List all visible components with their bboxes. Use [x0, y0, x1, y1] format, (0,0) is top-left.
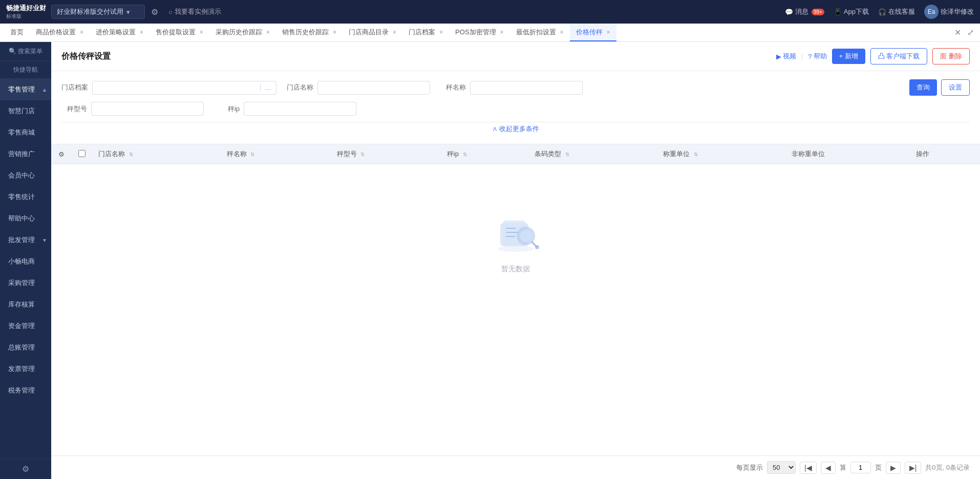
th-non-weight-unit: 非称重单位 [785, 144, 910, 164]
sort-icon: ⇅ [463, 151, 467, 157]
sidebar-item-wholesale[interactable]: 批发管理 ▼ [0, 229, 51, 251]
top-bar: 畅捷通好业财 标准版 好业财标准版交付试用 ▾ ⚙ ○ 我要看实例演示 💬 消息… [0, 0, 980, 24]
close-icon[interactable]: × [266, 29, 270, 36]
sidebar-item-retail-mall[interactable]: 零售商城 [0, 122, 51, 143]
sidebar-quick-nav[interactable]: 快捷导航 [0, 61, 51, 79]
last-page-btn[interactable]: ▶| [905, 462, 922, 474]
filter-store-archive: 门店档案 … [61, 81, 276, 95]
th-action: 操作 [910, 144, 980, 164]
query-button[interactable]: 查询 [909, 79, 937, 96]
svg-point-4 [520, 230, 532, 242]
message-icon: 💬 [785, 8, 793, 16]
filter-row-2: 秤型号 秤ip [61, 102, 970, 116]
delete-button[interactable]: 面 删除 [932, 48, 970, 64]
close-icon[interactable]: × [80, 29, 83, 36]
close-icon[interactable]: × [560, 29, 564, 36]
collapse-row: ∧ 收起更多条件 [61, 122, 970, 136]
filter-store-name: 门店名称 [287, 81, 430, 95]
online-service-btn[interactable]: 🎧 在线客服 [878, 7, 915, 16]
scale-ip-input[interactable] [244, 102, 356, 116]
page-size-select[interactable]: 50 10 20 100 [767, 461, 796, 474]
empty-illustration [490, 205, 541, 256]
close-icon[interactable]: × [333, 29, 336, 36]
sidebar-settings-btn[interactable]: ⚙ [0, 459, 51, 479]
tab-purchase-strategy[interactable]: 进价策略设置 × [90, 24, 150, 41]
tab-pos-manage[interactable]: POS加密管理 × [449, 24, 509, 41]
close-icon[interactable]: × [200, 29, 203, 36]
scale-model-label: 秤型号 [61, 104, 87, 114]
first-page-btn[interactable]: |◀ [800, 462, 817, 474]
sidebar-item-tax[interactable]: 税务管理 [0, 380, 51, 401]
page-header-actions: ▶ 视频 | ? 帮助 + 新增 凸 客户端下载 面 删除 [776, 48, 970, 64]
close-icon[interactable]: × [393, 29, 396, 36]
dots-button[interactable]: … [260, 83, 276, 92]
th-barcode-type: 条码类型 ⇅ [528, 144, 657, 164]
tab-sale-extract[interactable]: 售价提取设置 × [150, 24, 209, 41]
user-name: 徐泽华修改 [941, 7, 974, 16]
svg-point-6 [535, 245, 539, 249]
select-all-checkbox[interactable] [78, 150, 86, 157]
message-btn[interactable]: 💬 消息 99+ [785, 7, 824, 16]
close-window-icon[interactable]: ✕ [952, 28, 963, 37]
sort-icon: ⇅ [565, 151, 569, 157]
sidebar-item-xiao-chang[interactable]: 小畅电商 [0, 251, 51, 272]
sidebar-item-purchase[interactable]: 采购管理 [0, 272, 51, 294]
expand-icon[interactable]: ⤢ [965, 28, 976, 37]
next-page-btn[interactable]: ▶ [886, 462, 901, 474]
page-input[interactable] [850, 462, 871, 473]
settings-button[interactable]: 设置 [941, 79, 970, 96]
store-name-label: 门店名称 [287, 83, 313, 92]
demo-icon: ○ [168, 8, 173, 16]
sidebar-item-general-ledger[interactable]: 总账管理 [0, 337, 51, 358]
scale-name-input[interactable] [470, 81, 583, 95]
store-archive-input[interactable] [93, 81, 260, 94]
tab-store-archive[interactable]: 门店档案 × [402, 24, 449, 41]
tab-purchase-history[interactable]: 采购历史价跟踪 × [209, 24, 276, 41]
add-button[interactable]: + 新增 [832, 49, 865, 64]
settings-icon[interactable]: ⚙ [151, 7, 158, 17]
table-header-row: ⚙ 门店名称 ⇅ 秤名称 ⇅ 秤型号 [51, 144, 980, 164]
scale-ip-label: 秤ip [214, 104, 240, 114]
close-icon[interactable]: × [500, 29, 504, 36]
sidebar-item-member[interactable]: 会员中心 [0, 165, 51, 186]
sidebar-item-retail[interactable]: 零售管理 ▲ [0, 79, 51, 100]
collapse-button[interactable]: ∧ 收起更多条件 [61, 122, 970, 136]
sidebar-item-help[interactable]: 帮助中心 [0, 208, 51, 229]
tab-sale-history[interactable]: 销售历史价跟踪 × [276, 24, 343, 41]
user-profile[interactable]: Ea 徐泽华修改 [924, 5, 974, 19]
sidebar-search[interactable]: 🔍 搜索菜单 [0, 42, 51, 61]
svg-point-0 [498, 246, 534, 252]
prev-page-btn[interactable]: ◀ [821, 462, 836, 474]
sidebar-item-finance[interactable]: 资金管理 [0, 315, 51, 337]
tab-price-scale[interactable]: 价格传秤 × [570, 24, 616, 41]
avatar: Ea [924, 5, 939, 19]
app-download-btn[interactable]: 📱 App下载 [834, 7, 869, 16]
page-header: 价格传秤设置 ▶ 视频 | ? 帮助 + 新增 凸 客户端下载 面 [51, 42, 980, 71]
th-settings[interactable]: ⚙ [51, 144, 72, 164]
sidebar-item-smart-store[interactable]: 智慧门店 [0, 100, 51, 122]
tab-home[interactable]: 首页 [4, 24, 30, 41]
phone-icon: 📱 [834, 8, 842, 16]
sidebar-item-inventory[interactable]: 库存核算 [0, 294, 51, 315]
video-link[interactable]: ▶ 视频 [776, 52, 796, 61]
filter-scale-model: 秤型号 [61, 102, 204, 116]
tab-store-catalog[interactable]: 门店商品目录 × [343, 24, 402, 41]
sidebar-item-marketing[interactable]: 营销推广 [0, 143, 51, 165]
tab-min-discount[interactable]: 最低折扣设置 × [510, 24, 570, 41]
demo-link[interactable]: ○ 我要看实例演示 [168, 7, 221, 16]
tab-price-setting[interactable]: 商品价格设置 × [30, 24, 90, 41]
close-icon[interactable]: × [140, 29, 143, 36]
download-button[interactable]: 凸 客户端下载 [870, 48, 928, 64]
close-icon[interactable]: × [607, 29, 610, 36]
sidebar-item-retail-stat[interactable]: 零售统计 [0, 186, 51, 208]
version-selector[interactable]: 好业财标准版交付试用 ▾ [51, 5, 145, 19]
sidebar-item-invoice[interactable]: 发票管理 [0, 358, 51, 380]
close-icon[interactable]: × [439, 29, 443, 36]
sort-icon: ⇅ [250, 151, 254, 157]
help-link[interactable]: ? 帮助 [808, 52, 826, 61]
separator: | [801, 53, 803, 60]
scale-model-input[interactable] [91, 102, 204, 116]
th-checkbox [72, 144, 92, 164]
store-name-input[interactable] [317, 81, 430, 95]
empty-text: 暂无数据 [501, 265, 530, 274]
